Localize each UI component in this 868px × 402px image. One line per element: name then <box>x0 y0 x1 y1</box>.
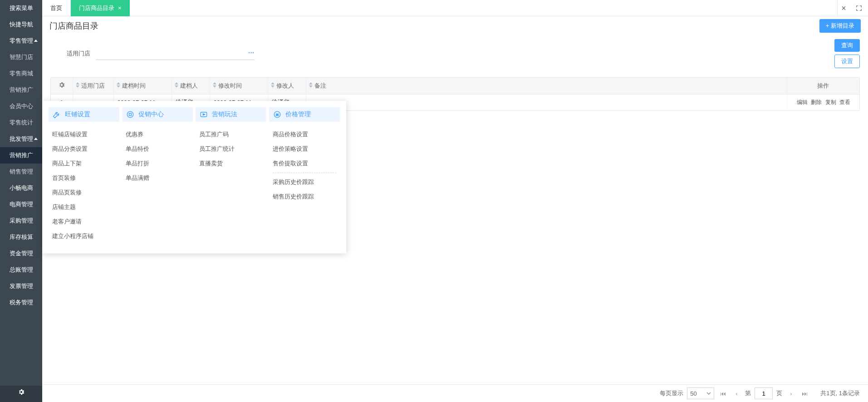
sidebar-item-gl-mgmt[interactable]: 总账管理 <box>0 262 42 278</box>
sort-icon <box>175 82 178 88</box>
promo-icon <box>126 110 135 119</box>
more-icon[interactable]: ⋯ <box>248 49 255 56</box>
sidebar-item-member-center[interactable]: 会员中心 <box>0 98 42 114</box>
row-action-view[interactable]: 查看 <box>839 99 850 105</box>
flyout-item[interactable]: 商品分类设置 <box>49 142 119 156</box>
col-created-at[interactable]: 建档时间 <box>113 78 172 94</box>
sort-icon <box>213 82 216 88</box>
flyout-item[interactable]: 商品页装修 <box>49 185 119 200</box>
cell-remark <box>306 94 787 110</box>
sidebar-item-mkt-promo-wh[interactable]: 营销推广 <box>0 147 42 164</box>
sidebar-settings-button[interactable] <box>0 386 42 402</box>
flyout-header-promo: 促销中心 <box>122 107 193 122</box>
page-size-value: 50 <box>690 390 696 397</box>
filter-bar: 适用门店 ⋯ 查询 设置 <box>42 35 868 72</box>
sidebar-item-sales-mgmt[interactable]: 销售管理 <box>0 164 42 180</box>
page-first-button[interactable]: ⏮ <box>718 388 728 398</box>
page-suffix: 页 <box>776 389 782 397</box>
sidebar-item-ecom-mgmt[interactable]: 电商管理 <box>0 196 42 213</box>
pagination-summary: 共1页, 1条记录 <box>820 389 860 397</box>
page-last-button[interactable]: ⏭ <box>799 388 809 398</box>
filter-label-store: 适用门店 <box>63 50 90 58</box>
flyout-header-marketing: 营销玩法 <box>196 107 266 122</box>
row-action-delete[interactable]: 删除 <box>811 99 822 105</box>
col-updated-at[interactable]: 修改时间 <box>210 78 268 94</box>
page-prev-button[interactable]: ‹ <box>731 388 741 398</box>
flyout-item[interactable]: 采购历史价跟踪 <box>269 175 340 189</box>
flyout-item[interactable]: 老客户邀请 <box>49 214 119 229</box>
flyout-item[interactable]: 店铺主题 <box>49 200 119 214</box>
sidebar-item-retail-mgmt[interactable]: 零售管理 <box>0 33 42 49</box>
sort-icon <box>117 82 120 88</box>
flyout-item[interactable]: 直播卖货 <box>196 156 266 171</box>
sidebar-item-smart-store[interactable]: 智慧门店 <box>0 49 42 65</box>
sidebar-item-purchase-mgmt[interactable]: 采购管理 <box>0 213 42 229</box>
sidebar-item-retail-stats[interactable]: 零售统计 <box>0 114 42 131</box>
flyout-column: 价格管理 商品价格设置 进价策略设置 售价提取设置 采购历史价跟踪 销售历史价跟… <box>269 107 340 243</box>
settings-button[interactable]: 设置 <box>834 55 860 68</box>
sidebar-item-quick-nav[interactable]: 快捷导航 <box>0 16 42 33</box>
page-prefix: 第 <box>745 389 751 397</box>
page-header: 门店商品目录 + 新增目录 <box>42 16 868 35</box>
tab-label: 门店商品目录 <box>79 5 114 11</box>
sidebar-item-search-menu[interactable]: 搜索菜单 <box>0 0 42 16</box>
sidebar-item-xc-ecom[interactable]: 小畅电商 <box>0 180 42 196</box>
triangle-up-icon <box>34 138 38 140</box>
tab-store-goods-catalog[interactable]: 门店商品目录× <box>71 0 130 16</box>
flyout-item[interactable]: 旺铺店铺设置 <box>49 127 119 142</box>
fullscreen-icon <box>856 5 862 11</box>
sidebar-item-mkt-promo-retail[interactable]: 营销推广 <box>0 82 42 98</box>
sidebar: 搜索菜单 快捷导航 零售管理 智慧门店 零售商城 营销推广 会员中心 零售统计 … <box>0 0 42 402</box>
flyout-header-wangpu: 旺铺设置 <box>49 107 119 122</box>
flyout-item[interactable]: 单品特价 <box>122 142 193 156</box>
col-store[interactable]: 适用门店 <box>73 78 113 94</box>
col-actions: 操作 <box>787 78 859 94</box>
add-catalog-button[interactable]: + 新增目录 <box>819 19 861 33</box>
flyout-item[interactable]: 员工推广统计 <box>196 142 266 156</box>
flyout-item[interactable]: 建立小程序店铺 <box>49 229 119 243</box>
flyout-item[interactable]: 进价策略设置 <box>269 142 340 156</box>
sidebar-item-invoice-mgmt[interactable]: 发票管理 <box>0 278 42 294</box>
col-creator[interactable]: 建档人 <box>172 78 210 94</box>
row-action-edit[interactable]: 编辑 <box>797 99 808 105</box>
page-number-input[interactable] <box>755 387 773 399</box>
fullscreen-button[interactable] <box>853 0 865 16</box>
flyout-item[interactable]: 单品满赠 <box>122 171 193 185</box>
chevron-down-icon <box>706 391 711 396</box>
tab-home[interactable]: 首页 <box>42 0 71 16</box>
column-gear[interactable] <box>51 78 73 94</box>
flyout-menu: 旺铺设置 旺铺店铺设置 商品分类设置 商品上下架 首页装修 商品页装修 店铺主题… <box>42 101 346 253</box>
per-page-label: 每页显示 <box>660 389 683 397</box>
flyout-column: 促销中心 优惠券 单品特价 单品打折 单品满赠 <box>122 107 193 243</box>
flyout-item[interactable]: 员工推广码 <box>196 127 266 142</box>
col-updater[interactable]: 修改人 <box>268 78 306 94</box>
applicable-store-input[interactable] <box>96 47 255 60</box>
flyout-item[interactable]: 优惠券 <box>122 127 193 142</box>
row-action-copy[interactable]: 复制 <box>825 99 836 105</box>
close-all-tabs-button[interactable]: × <box>837 0 850 16</box>
flyout-item[interactable]: 首页装修 <box>49 171 119 185</box>
triangle-up-icon <box>34 40 38 42</box>
flyout-item[interactable]: 销售历史价跟踪 <box>269 189 340 204</box>
flyout-column: 营销玩法 员工推广码 员工推广统计 直播卖货 <box>196 107 266 243</box>
flyout-item[interactable]: 单品打折 <box>122 156 193 171</box>
flyout-column: 旺铺设置 旺铺店铺设置 商品分类设置 商品上下架 首页装修 商品页装修 店铺主题… <box>49 107 119 243</box>
flyout-item[interactable]: 商品上下架 <box>49 156 119 171</box>
flyout-item[interactable]: 商品价格设置 <box>269 127 340 142</box>
flyout-item[interactable]: 售价提取设置 <box>269 156 340 171</box>
search-button[interactable]: 查询 <box>834 39 860 52</box>
sidebar-item-inventory-check[interactable]: 库存核算 <box>0 229 42 245</box>
col-remark[interactable]: 备注 <box>306 78 787 94</box>
sidebar-item-wholesale-mgmt[interactable]: 批发管理 <box>0 131 42 147</box>
sort-icon <box>309 82 313 88</box>
sidebar-item-fund-mgmt[interactable]: 资金管理 <box>0 245 42 262</box>
sidebar-item-tax-mgmt[interactable]: 税务管理 <box>0 294 42 311</box>
page-next-button[interactable]: › <box>786 388 796 398</box>
page-size-select[interactable]: 50 <box>687 387 714 399</box>
sidebar-item-retail-mall[interactable]: 零售商城 <box>0 65 42 82</box>
sort-icon <box>76 82 79 88</box>
tab-close-icon[interactable]: × <box>118 5 122 11</box>
page-title: 门店商品目录 <box>49 20 98 31</box>
flyout-divider <box>273 173 336 173</box>
flyout-header-price: 价格管理 <box>269 107 340 122</box>
